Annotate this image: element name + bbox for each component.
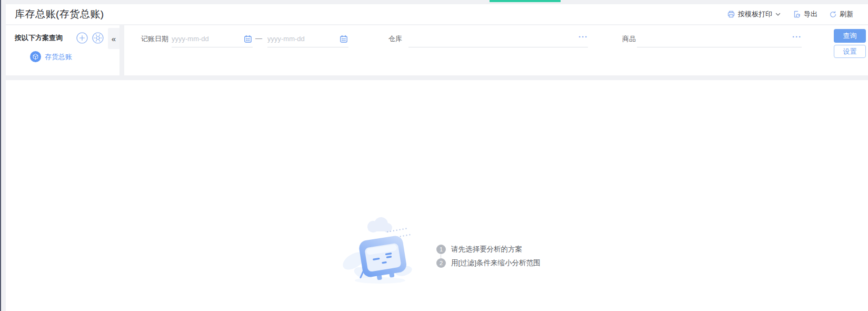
sidebar-header: 按以下方案查询 <box>6 25 119 44</box>
step-2-badge: 2 <box>436 258 446 268</box>
cube-icon <box>30 51 41 62</box>
step-2-number: 2 <box>440 260 443 266</box>
booking-date-label: 记账日期 <box>141 34 168 44</box>
sidebar-item-label: 存货总账 <box>45 52 72 62</box>
collapse-chevrons-icon: « <box>112 34 116 43</box>
warehouse-label: 仓库 <box>388 34 402 44</box>
window-left-edge <box>0 0 1 311</box>
refresh-label: 刷新 <box>840 9 853 19</box>
date-from-input[interactable] <box>172 35 243 43</box>
warehouse-input[interactable] <box>408 35 578 43</box>
refresh-icon <box>829 11 837 18</box>
sidebar-item-inventory-ledger[interactable]: 存货总账 <box>30 51 119 62</box>
export-icon <box>793 10 801 18</box>
sidebar-title: 按以下方案查询 <box>15 33 72 43</box>
add-plan-button[interactable] <box>76 32 88 44</box>
date-from-field <box>172 31 253 47</box>
loading-progress-bar <box>490 0 561 2</box>
step-2-text: 用[过滤]条件来缩小分析范围 <box>451 258 541 268</box>
plus-circle-icon <box>76 32 88 44</box>
step-connector <box>441 255 441 258</box>
ellipsis-icon[interactable]: ··· <box>792 33 802 45</box>
page-header: 库存总账(存货总账) 按模板打印 <box>6 4 868 24</box>
sidebar-collapse-button[interactable]: « <box>108 28 119 49</box>
step-1-text: 请先选择要分析的方案 <box>451 245 522 254</box>
gear-circle-icon <box>92 32 104 44</box>
query-button[interactable]: 查询 <box>834 29 866 43</box>
ellipsis-icon[interactable]: ··· <box>578 33 588 45</box>
refresh-button[interactable]: 刷新 <box>829 9 853 19</box>
step-1-number: 1 <box>440 246 443 252</box>
date-range-separator: — <box>255 34 262 42</box>
plan-settings-button[interactable] <box>92 32 104 44</box>
print-by-template-label: 按模板打印 <box>738 9 772 19</box>
header-actions: 按模板打印 导出 刷新 <box>727 9 853 19</box>
chevron-down-icon <box>775 11 781 17</box>
product-field: ··· <box>637 31 802 47</box>
export-button[interactable]: 导出 <box>793 9 817 19</box>
print-by-template-button[interactable]: 按模板打印 <box>727 9 781 19</box>
settings-button[interactable]: 设置 <box>834 45 866 58</box>
product-input[interactable] <box>637 35 792 43</box>
date-to-field <box>267 31 348 47</box>
warehouse-field: ··· <box>408 31 588 47</box>
page-title: 库存总账(存货总账) <box>15 7 104 21</box>
export-label: 导出 <box>804 9 817 19</box>
empty-state-illustration <box>336 212 423 285</box>
product-label: 商品 <box>622 34 636 44</box>
printer-icon <box>727 10 735 18</box>
query-plan-sidebar: 按以下方案查询 « 存货总账 <box>6 25 119 75</box>
results-area: 1 2 请先选择要分析的方案 用[过滤]条件来缩小分析范围 <box>6 80 868 311</box>
calendar-icon[interactable] <box>243 35 253 43</box>
step-1-badge: 1 <box>436 245 446 254</box>
filter-panel: 记账日期 — 仓库 ··· 商品 ··· <box>124 25 868 75</box>
calendar-icon[interactable] <box>339 35 348 43</box>
date-to-input[interactable] <box>267 35 339 43</box>
